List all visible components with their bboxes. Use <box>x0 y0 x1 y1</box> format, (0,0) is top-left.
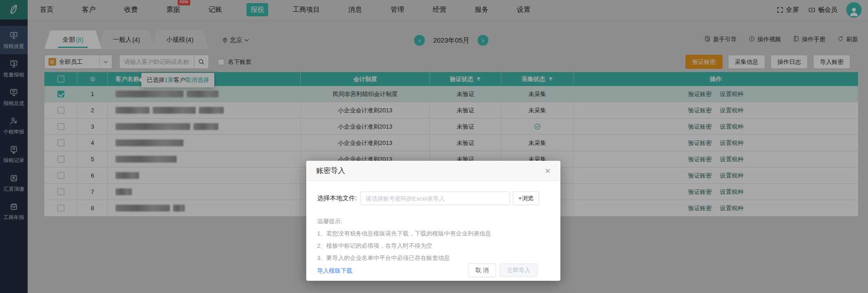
browse-button[interactable]: +浏览 <box>513 192 539 205</box>
tip-item: 2、模板中标记的必填项，在导入时不得为空 <box>317 240 491 252</box>
dialog-title: 账密导入 <box>316 166 345 176</box>
tip-item: 1、若您没有税务信息模版请先下载，下载的模版中有企业列表信息 <box>317 227 491 240</box>
tips-block: 温馨提示: 1、若您没有税务信息模版请先下载，下载的模版中有企业列表信息2、模板… <box>317 215 491 264</box>
tips-title: 温馨提示: <box>317 215 491 227</box>
confirm-import-button[interactable]: 立即导入 <box>500 264 538 277</box>
password-import-dialog: 账密导入 × 选择本地文件: +浏览 温馨提示: 1、若您没有税务信息模版请先下… <box>306 161 560 281</box>
cancel-button[interactable]: 取 消 <box>468 264 496 277</box>
file-select-row: 选择本地文件: +浏览 <box>317 192 539 205</box>
file-select-label: 选择本地文件: <box>317 194 361 202</box>
close-icon[interactable]: × <box>545 166 550 175</box>
dialog-buttons: 取 消 立即导入 <box>468 264 538 277</box>
dialog-header: 账密导入 × <box>306 161 560 181</box>
tips-list: 1、若您没有税务信息模版请先下载，下载的模版中有企业列表信息2、模板中标记的必填… <box>317 227 491 264</box>
file-path-input[interactable] <box>361 192 510 205</box>
template-download-link[interactable]: 导入模版下载 <box>317 267 352 275</box>
app-root: 首页客户收费票据new记账报税工商项目消息管理经营服务设置 全屏 畅会员 <box>0 0 868 293</box>
tip-item: 3、要导入的企业名单中平台中必须已存在账套信息 <box>317 252 491 264</box>
